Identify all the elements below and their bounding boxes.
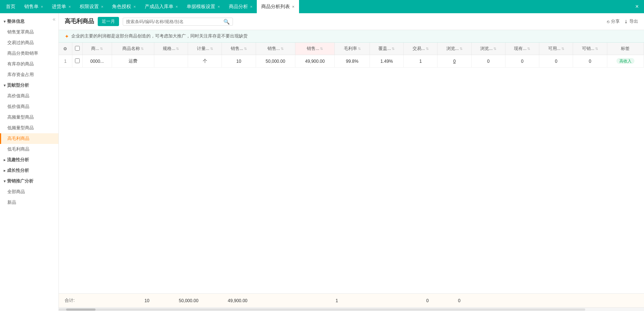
sidebar-item-stock-capital[interactable]: 库存资金占用: [0, 69, 58, 80]
nav-goods-analysis-close[interactable]: ×: [250, 4, 252, 9]
content-area: 高毛利商品 近一月 🔍 ⎋ 分享 ⤓ 导出 ✦ 企业的主要的利润都是这部分商品创…: [59, 13, 644, 311]
nav-goods-list-close[interactable]: ×: [292, 4, 294, 9]
sidebar-item-sales-coverage[interactable]: 销售笼罩商品: [0, 27, 58, 37]
sidebar-group-contribution[interactable]: ▾ 贡献型分析: [0, 80, 58, 91]
horizontal-scrollbar[interactable]: [59, 307, 644, 311]
search-input[interactable]: [126, 19, 223, 24]
sidebar-group-overview[interactable]: ▾ 整体信息: [0, 16, 58, 27]
nav-template-close[interactable]: ×: [217, 4, 220, 9]
settings-icon[interactable]: ⚙: [63, 46, 67, 51]
row-unit: 个: [188, 55, 222, 68]
sidebar-group-flow[interactable]: ▸ 流趣性分析: [0, 155, 58, 165]
th-sales-amount[interactable]: 销售... ⇅: [256, 43, 295, 55]
nav-home[interactable]: 首页: [1, 0, 20, 13]
sort-icon-gross-margin: ⇅: [358, 47, 361, 51]
th-sales-qty[interactable]: 销售... ⇅: [222, 43, 256, 55]
sort-icon-name: ⇅: [141, 47, 144, 51]
arrow-right-icon: ▸: [4, 158, 6, 162]
sort-icon-sales-amount: ⇅: [281, 47, 284, 51]
row-view1[interactable]: 0: [438, 55, 471, 68]
sidebar-group-growth[interactable]: ▸ 成长性分析: [0, 165, 58, 176]
row-checkbox[interactable]: [75, 58, 80, 63]
th-gross-margin[interactable]: 毛利率 ⇅: [335, 43, 370, 55]
arrow-down-icon-3: ▾: [4, 179, 6, 183]
sort-icon-code: ⇅: [100, 47, 103, 51]
sidebar-item-low-freq[interactable]: 低频量型商品: [0, 123, 58, 133]
sidebar-item-new-goods[interactable]: 新品: [0, 197, 58, 208]
th-current-stock[interactable]: 现有... ⇅: [505, 43, 539, 55]
sort-icon-transactions: ⇅: [426, 47, 429, 51]
nav-goods-analysis-list[interactable]: 商品分析列表 ×: [257, 0, 299, 13]
table-container[interactable]: ⚙ 商... ⇅ 商品名称: [59, 43, 644, 293]
th-sellable-stock[interactable]: 可销... ⇅: [573, 43, 607, 55]
sidebar-item-traded[interactable]: 交易过的商品: [0, 37, 58, 48]
th-transactions-label: 交易...: [413, 46, 425, 52]
filter-recent-month[interactable]: 近一月: [98, 17, 119, 26]
th-spec[interactable]: 规格... ⇅: [154, 43, 188, 55]
footer-sales-amount: 50,000.00: [179, 298, 198, 303]
footer-available-stock: 0: [458, 298, 461, 303]
sidebar-item-high-margin[interactable]: 高毛利商品: [0, 133, 58, 144]
footer-sales-qty: 10: [144, 298, 149, 303]
info-text: 企业的主要的利润都是这部分商品创造的，可考虑加大推广，同时关注库存是不要出现缺货: [71, 33, 248, 39]
nav-role[interactable]: 角色授权 ×: [108, 0, 140, 13]
view1-link[interactable]: 0: [453, 59, 456, 64]
row-coverage: 1.49%: [370, 55, 403, 68]
th-coverage-label: 覆盖...: [378, 46, 391, 52]
select-all-checkbox[interactable]: [75, 46, 80, 51]
nav-product-entry[interactable]: 产成品入库单 ×: [140, 0, 182, 13]
sidebar-item-low-margin[interactable]: 低毛利商品: [0, 144, 58, 155]
nav-role-close[interactable]: ×: [133, 4, 136, 9]
sidebar: « ▾ 整体信息 销售笼罩商品 交易过的商品 商品分类助销率 有库存的商品 库存…: [0, 13, 59, 311]
scroll-track[interactable]: [59, 308, 585, 311]
th-tag[interactable]: 标签: [607, 43, 644, 55]
th-view1[interactable]: 浏览... ⇅: [438, 43, 471, 55]
nav-purchase-close[interactable]: ×: [68, 4, 71, 9]
nav-purchase[interactable]: 进货单 ×: [47, 0, 75, 13]
th-settings[interactable]: ⚙: [59, 43, 72, 55]
th-transactions[interactable]: 交易... ⇅: [404, 43, 438, 55]
th-sellable-stock-label: 可销...: [582, 46, 594, 52]
footer-current-stock: 0: [426, 298, 429, 303]
share-button[interactable]: ⎋ 分享: [607, 18, 620, 25]
th-coverage[interactable]: 覆盖... ⇅: [370, 43, 403, 55]
info-icon: ✦: [65, 33, 69, 39]
window-close-button[interactable]: ×: [632, 0, 643, 13]
sidebar-item-low-value[interactable]: 低价值商品: [0, 101, 58, 112]
row-checkbox-cell[interactable]: [72, 55, 82, 68]
content-header: 高毛利商品 近一月 🔍 ⎋ 分享 ⤓ 导出: [59, 13, 644, 30]
row-transactions: 1: [404, 55, 438, 68]
th-unit[interactable]: 计量... ⇅: [188, 43, 222, 55]
sidebar-item-high-value[interactable]: 高价值商品: [0, 91, 58, 101]
sidebar-item-category-rate[interactable]: 商品分类助销率: [0, 48, 58, 59]
header-actions: ⎋ 分享 ⤓ 导出: [607, 18, 638, 25]
sort-icon-view2: ⇅: [493, 47, 496, 51]
export-button[interactable]: ⤓ 导出: [624, 18, 638, 25]
nav-permission-close[interactable]: ×: [101, 4, 103, 9]
th-name[interactable]: 商品名称 ⇅: [112, 43, 154, 55]
row-sales-profit: 49,900.00: [295, 55, 334, 68]
scroll-thumb[interactable]: [66, 308, 96, 311]
search-box[interactable]: 🔍: [123, 18, 233, 26]
nav-product-entry-close[interactable]: ×: [176, 4, 178, 9]
sidebar-item-all-goods[interactable]: 全部商品: [0, 187, 58, 197]
th-view2[interactable]: 浏览... ⇅: [471, 43, 505, 55]
row-num: 1: [59, 55, 72, 68]
sidebar-item-high-freq[interactable]: 高频量型商品: [0, 112, 58, 123]
sidebar-group-marketing[interactable]: ▾ 营销推广分析: [0, 176, 58, 187]
th-checkbox[interactable]: [72, 43, 82, 55]
sidebar-collapse-button[interactable]: «: [53, 16, 55, 22]
tag-badge: 高收入: [616, 58, 634, 64]
nav-sales[interactable]: 销售单 ×: [20, 0, 47, 13]
th-name-label: 商品名称: [122, 46, 140, 52]
nav-sales-close[interactable]: ×: [41, 4, 43, 9]
nav-template[interactable]: 单据模板设置 ×: [182, 0, 224, 13]
th-code[interactable]: 商... ⇅: [82, 43, 112, 55]
sidebar-item-in-stock[interactable]: 有库存的商品: [0, 59, 58, 69]
nav-permission[interactable]: 权限设置 ×: [75, 0, 108, 13]
row-sellable-stock: 0: [573, 55, 607, 68]
th-sales-profit[interactable]: 销售... ⇅: [295, 43, 334, 55]
row-available-stock: 0: [539, 55, 573, 68]
th-available-stock[interactable]: 可用... ⇅: [539, 43, 573, 55]
nav-goods-analysis[interactable]: 商品分析 ×: [224, 0, 257, 13]
